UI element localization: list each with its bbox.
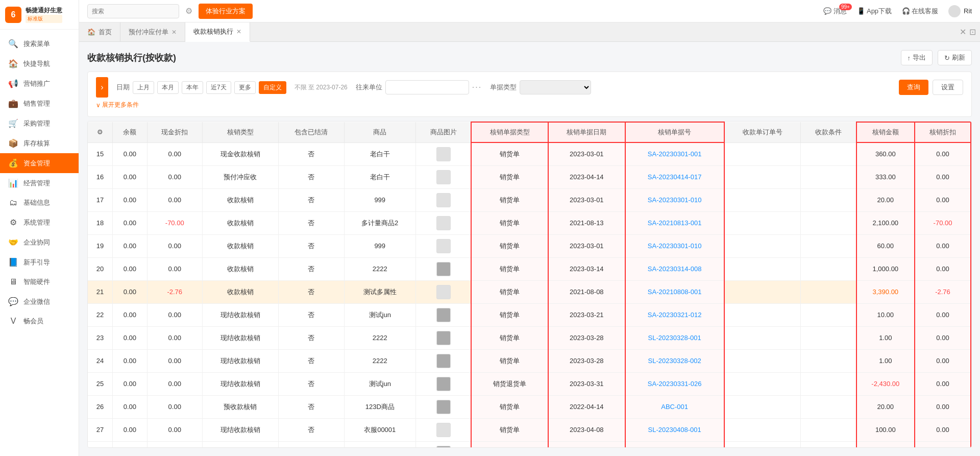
cell-cash-discount: 0.00 xyxy=(147,257,202,280)
cell-receipt-cond xyxy=(800,441,856,448)
industry-btn[interactable]: 体验行业方案 xyxy=(199,4,253,19)
page-title: 收款核销执行(按收款) xyxy=(87,52,176,64)
app-download-btn[interactable]: 📱 App下载 xyxy=(857,7,892,16)
doc-no-link[interactable]: SA-20230301-010 xyxy=(648,242,702,250)
sidebar-item-smart-hw[interactable]: 🖥 智能硬件 xyxy=(0,272,79,292)
doc-no-link[interactable]: SA-20210808-001 xyxy=(648,288,702,296)
cell-cancel-amount: 333.00 xyxy=(856,165,915,188)
doc-no-link[interactable]: SL-20230408-001 xyxy=(648,426,701,434)
cell-doc-no[interactable]: SA-20210808-001 xyxy=(625,280,724,303)
sidebar-item-quick-nav[interactable]: 🏠 快捷导航 xyxy=(0,54,79,74)
sidebar-item-marketing[interactable]: 📢 营销推广 xyxy=(0,74,79,93)
date-7days[interactable]: 近7天 xyxy=(206,81,231,94)
partner-dots[interactable]: ··· xyxy=(472,83,482,92)
sidebar-item-sales[interactable]: 💼 销售管理 xyxy=(0,93,79,113)
tab-prepay[interactable]: 预付冲应付单 ✕ xyxy=(120,22,185,41)
export-button[interactable]: ↑ 导出 xyxy=(901,50,933,65)
message-btn[interactable]: 💬 消息 99+ xyxy=(823,7,847,16)
sidebar-item-basic-info[interactable]: 🗂 基础信息 xyxy=(0,193,79,212)
date-this-year[interactable]: 本年 xyxy=(182,81,203,94)
doc-no-link[interactable]: SA-20230314-008 xyxy=(648,265,702,273)
doc-no-link[interactable]: SA-20210813-001 xyxy=(648,219,702,227)
cell-doc-no[interactable]: SL-20230408-001 xyxy=(625,418,724,441)
cell-doc-no[interactable]: SL-20230328-001 xyxy=(625,326,724,349)
user-area[interactable]: Rit xyxy=(948,5,972,17)
cell-product-img xyxy=(415,188,471,211)
sidebar-item-system[interactable]: ⚙ 系统管理 xyxy=(0,212,79,232)
voucher-type-select[interactable] xyxy=(520,80,591,94)
partner-search[interactable] xyxy=(385,80,469,94)
cell-include-settled: 否 xyxy=(279,188,345,211)
partner-input[interactable] xyxy=(389,84,465,91)
gear-icon[interactable]: ⚙ xyxy=(185,6,192,16)
cell-doc-no[interactable]: SA-20230331-026 xyxy=(625,372,724,395)
cell-doc-date: 2022-04-14 xyxy=(548,395,625,418)
cell-cancel-amount: 20.00 xyxy=(856,395,915,418)
cell-doc-no[interactable]: SA-20230301-001 xyxy=(625,142,724,165)
cell-balance: 0.00 xyxy=(113,280,147,303)
cell-doc-no[interactable]: SL-20230418-001 xyxy=(625,441,724,448)
doc-no-link[interactable]: SA-20230331-026 xyxy=(648,380,702,388)
cell-doc-no[interactable]: SA-20230321-012 xyxy=(625,303,724,326)
doc-no-link[interactable]: SA-20230414-017 xyxy=(648,173,702,181)
th-settings[interactable]: ⚙ xyxy=(88,122,113,142)
tab-receipt-cancel[interactable]: 收款核销执行 ✕ xyxy=(185,22,250,42)
collapse-filter-btn[interactable]: › xyxy=(96,77,108,98)
tab-home[interactable]: 🏠 首页 xyxy=(79,22,120,41)
cell-doc-no[interactable]: SA-20230301-010 xyxy=(625,234,724,257)
close-window-icon[interactable]: ✕ xyxy=(960,27,966,37)
date-more[interactable]: 更多 xyxy=(234,81,256,94)
cell-doc-no[interactable]: SA-20230314-008 xyxy=(625,257,724,280)
cell-cancel-amount: -2,430.00 xyxy=(856,372,915,395)
expand-more-btn[interactable]: ∨ 展开更多条件 xyxy=(96,101,139,109)
cell-cancel-type: 收款核销 xyxy=(202,280,278,303)
expand-window-icon[interactable]: ⊡ xyxy=(969,27,976,37)
doc-no-link[interactable]: SL-20230328-001 xyxy=(648,334,701,342)
refresh-button[interactable]: ↻ 刷新 xyxy=(938,50,972,65)
tab-prepay-close[interactable]: ✕ xyxy=(172,29,177,36)
date-custom[interactable]: 自定义 xyxy=(259,81,286,94)
date-prev-month[interactable]: 上月 xyxy=(133,81,154,94)
cell-doc-date: 2023-03-01 xyxy=(548,234,625,257)
cell-doc-no[interactable]: SA-20210813-001 xyxy=(625,211,724,234)
nav-icon-wechat: 💬 xyxy=(8,297,18,306)
cell-cancel-discount: 0.00 xyxy=(915,326,971,349)
sidebar-item-vip[interactable]: V 畅会员 xyxy=(0,311,79,331)
message-badge: 99+ xyxy=(839,4,852,10)
date-this-month[interactable]: 本月 xyxy=(157,81,179,94)
sidebar-item-newbie[interactable]: 📘 新手引导 xyxy=(0,252,79,272)
sidebar-item-operations[interactable]: 📊 经营管理 xyxy=(0,173,79,193)
query-button[interactable]: 查询 xyxy=(899,80,928,95)
data-table-wrapper: ⚙ 余额 现金折扣 核销类型 包含已结清 商品 商品图片 核销单据类型 核销单据… xyxy=(87,121,972,448)
cell-id: 19 xyxy=(88,234,113,257)
doc-no-link[interactable]: SA-20230301-001 xyxy=(648,150,702,158)
cell-cash-discount: 0.00 xyxy=(147,188,202,211)
tab-receipt-cancel-close[interactable]: ✕ xyxy=(236,28,241,35)
doc-no-link[interactable]: SA-20230321-012 xyxy=(648,311,702,319)
cell-doc-no[interactable]: SL-20230328-002 xyxy=(625,349,724,372)
cell-doc-no[interactable]: ABC-001 xyxy=(625,395,724,418)
cell-receipt-order xyxy=(724,280,801,303)
cell-product: 999 xyxy=(344,234,415,257)
sidebar-item-inventory[interactable]: 📦 库存核算 xyxy=(0,133,79,153)
sidebar-item-purchase[interactable]: 🛒 采购管理 xyxy=(0,113,79,133)
setting-button[interactable]: 设置 xyxy=(933,80,963,95)
doc-no-link[interactable]: SL-20230328-002 xyxy=(648,357,701,365)
doc-no-link[interactable]: SA-20230301-010 xyxy=(648,196,702,204)
nav-icon-finance: 💰 xyxy=(8,158,18,168)
search-input[interactable] xyxy=(87,4,179,18)
table-row: 22 0.00 0.00 现结收款核销 否 测试jun 销货单 2023-03-… xyxy=(88,303,971,326)
cell-doc-no[interactable]: SA-20230414-017 xyxy=(625,165,724,188)
sidebar-item-finance[interactable]: 💰 资金管理 xyxy=(0,153,79,173)
cell-id: 16 xyxy=(88,165,113,188)
doc-no-link[interactable]: ABC-001 xyxy=(661,403,688,411)
online-service-btn[interactable]: 🎧 在线客服 xyxy=(902,7,938,16)
cell-product-img xyxy=(415,165,471,188)
cell-cancel-type: 预收款核销 xyxy=(202,395,278,418)
th-receipt-cond: 收款条件 xyxy=(800,122,856,142)
sidebar-item-wechat[interactable]: 💬 企业微信 xyxy=(0,292,79,311)
sidebar-item-search-menu[interactable]: 🔍 搜索菜单 xyxy=(0,34,79,54)
table-row: 15 0.00 0.00 现金收款核销 否 老白干 销货单 2023-03-01… xyxy=(88,142,971,165)
sidebar-item-enterprise[interactable]: 🤝 企业协同 xyxy=(0,232,79,252)
cell-doc-no[interactable]: SA-20230301-010 xyxy=(625,188,724,211)
